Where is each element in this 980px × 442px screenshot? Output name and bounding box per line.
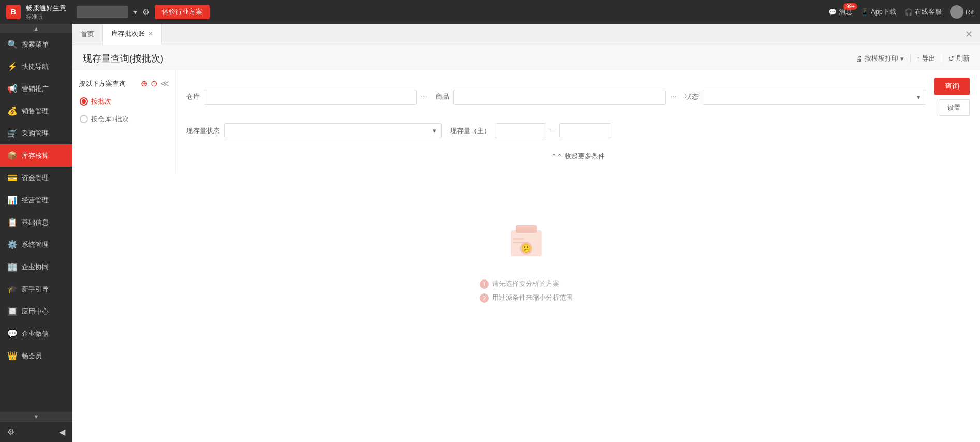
radio-by-batch [80,97,88,106]
filter-fields-panel: 仓库 ··· 商品 ··· 状态 [176,70,980,173]
search-dropdown-icon[interactable]: ▾ [133,8,137,16]
sidebar-scroll: 🔍 搜索菜单 ⚡ 快捷导航 📢 营销推广 💰 销售管理 🛒 采购管理 📦 [0,33,72,412]
sales-icon: 💰 [7,106,18,116]
apps-icon: 🔲 [7,306,18,316]
newbie-icon: 🎓 [7,284,18,294]
sidebar-label-enterprise: 企业协同 [22,262,49,272]
tip-num-1: 1 [480,279,489,289]
print-button[interactable]: 🖨 按模板打印 ▾ [856,54,904,63]
app-logo: B [6,5,21,19]
tab-inventory-batch-label: 库存批次账 [111,29,145,38]
system-icon: ⚙️ [7,240,18,249]
scheme-collapse-icon[interactable]: ≪ [160,79,169,89]
search-bar-placeholder[interactable] [77,6,128,18]
tip-text-1: 请先选择要分析的方案 [492,279,559,288]
print-dropdown-icon[interactable]: ▾ [900,55,904,63]
tip-num-2: 2 [480,293,489,303]
settings-gear-icon[interactable]: ⚙ [142,7,150,17]
filter-scheme-panel: 按以下方案查询 ⊕ ⊙ ≪ 按批次 按仓库+批次 [72,70,176,173]
content-area: 首页 库存批次账 ✕ ✕ 现存量查询(按批次) 🖨 按模板打印 ▾ [72,24,980,442]
sidebar-item-member[interactable]: 👑 畅会员 [0,345,72,367]
scheme-settings-icon[interactable]: ⊙ [151,79,157,89]
sidebar-label-finance: 资金管理 [22,173,49,183]
messages-button[interactable]: 💬 消息 99+ [828,7,852,17]
app-title: 畅康通好生意 [26,4,66,13]
filter-scheme-label: 按以下方案查询 [79,79,126,89]
sidebar-collapse-icon[interactable]: ◀ [59,427,65,437]
goods-filter-group: 商品 ··· [436,90,677,105]
marketing-icon: 📢 [7,84,18,94]
sidebar-item-enterprise[interactable]: 🏢 企业协同 [0,256,72,278]
empty-tip-2: 2 用过滤条件来缩小分析范围 [480,293,573,303]
sidebar-item-inventory[interactable]: 📦 库存核算 [0,144,72,167]
global-close-button[interactable]: ✕ [958,28,980,40]
sidebar-item-ops[interactable]: 📊 经营管理 [0,189,72,211]
online-service-button[interactable]: 🎧 在线客服 [904,7,942,17]
inventory-status-select[interactable]: ▾ [224,123,442,138]
filter-row-2: 现存量状态 ▾ 现存量（主） — [186,123,970,138]
sidebar-item-quick-nav[interactable]: ⚡ 快捷导航 [0,55,72,78]
goods-input[interactable] [453,90,666,105]
enterprise-icon: 🏢 [7,262,18,272]
filter-scheme-header: 按以下方案查询 ⊕ ⊙ ≪ [72,77,175,93]
sidebar-item-system[interactable]: ⚙️ 系统管理 [0,233,72,256]
sidebar-item-search[interactable]: 🔍 搜索菜单 [0,33,72,55]
sidebar-item-wechat[interactable]: 💬 企业微信 [0,322,72,345]
sidebar-item-basic[interactable]: 📋 基础信息 [0,211,72,233]
qty-max-input[interactable] [559,123,611,138]
app-download-icon: 📱 [860,8,869,16]
add-scheme-icon[interactable]: ⊕ [141,79,147,89]
inventory-status-label: 现存量状态 [186,126,220,136]
app-subtitle: 标准版 [26,13,66,21]
query-button[interactable]: 查询 [934,78,970,95]
sidebar-item-sales[interactable]: 💰 销售管理 [0,100,72,122]
scheme-item-by-batch[interactable]: 按批次 [72,93,175,110]
qty-dash: — [550,127,556,135]
warehouse-dots[interactable]: ··· [421,92,427,101]
svg-rect-1 [516,225,537,233]
status-filter-group: 状态 ▾ [685,90,926,105]
export-button[interactable]: ↑ 导出 [917,54,936,63]
goods-dots[interactable]: ··· [670,92,677,101]
sidebar-item-apps[interactable]: 🔲 应用中心 [0,300,72,322]
sidebar-item-newbie[interactable]: 🎓 新手引导 [0,278,72,300]
tab-home[interactable]: 首页 [72,24,103,44]
status-label: 状态 [685,92,699,101]
scheme-item-by-warehouse-batch[interactable]: 按仓库+批次 [72,110,175,128]
sidebar-item-purchase[interactable]: 🛒 采购管理 [0,122,72,144]
trial-button[interactable]: 体验行业方案 [155,5,210,19]
tab-inventory-batch[interactable]: 库存批次账 ✕ [103,24,162,45]
refresh-label: 刷新 [956,54,970,63]
settings-button[interactable]: 设置 [939,99,970,116]
print-icon: 🖨 [856,55,863,63]
main-layout: ▲ 🔍 搜索菜单 ⚡ 快捷导航 📢 营销推广 💰 销售管理 🛒 采购管理 [0,24,980,442]
refresh-button[interactable]: ↺ 刷新 [948,54,970,63]
warehouse-input[interactable] [204,90,417,105]
collapse-filters-btn[interactable]: ⌃⌃ 收起更多条件 [551,149,605,164]
finance-icon: 💳 [7,173,18,183]
sidebar-scroll-down[interactable]: ▼ [0,412,72,421]
sidebar-label-system: 系统管理 [22,240,49,249]
status-select[interactable]: ▾ [703,90,926,105]
svg-text:😕: 😕 [521,243,531,253]
app-download-button[interactable]: 📱 App下载 [860,7,896,17]
sidebar-scroll-up[interactable]: ▲ [0,24,72,33]
sidebar-item-finance[interactable]: 💳 资金管理 [0,167,72,189]
qty-min-input[interactable] [495,123,546,138]
empty-tips: 1 请先选择要分析的方案 2 用过滤条件来缩小分析范围 [480,279,573,303]
sidebar-settings-icon[interactable]: ⚙ [7,427,14,437]
sidebar-label-purchase: 采购管理 [22,129,49,138]
wechat-icon: 💬 [7,329,18,338]
filter-row-1: 仓库 ··· 商品 ··· 状态 [186,78,970,116]
user-avatar-area[interactable]: Rit [950,5,974,19]
inventory-status-dropdown-icon: ▾ [433,127,436,135]
headset-icon: 🎧 [904,8,913,16]
sidebar-bottom: ⚙ ◀ [0,421,72,442]
tab-bar: 首页 库存批次账 ✕ ✕ [72,24,980,45]
sidebar-label-inventory: 库存核算 [22,151,49,160]
inventory-status-group: 现存量状态 ▾ [186,123,442,138]
sidebar-item-marketing[interactable]: 📢 营销推广 [0,78,72,100]
sidebar: ▲ 🔍 搜索菜单 ⚡ 快捷导航 📢 营销推广 💰 销售管理 🛒 采购管理 [0,24,72,442]
tab-close-icon[interactable]: ✕ [148,30,153,37]
app-info: 畅康通好生意 标准版 [26,4,66,21]
